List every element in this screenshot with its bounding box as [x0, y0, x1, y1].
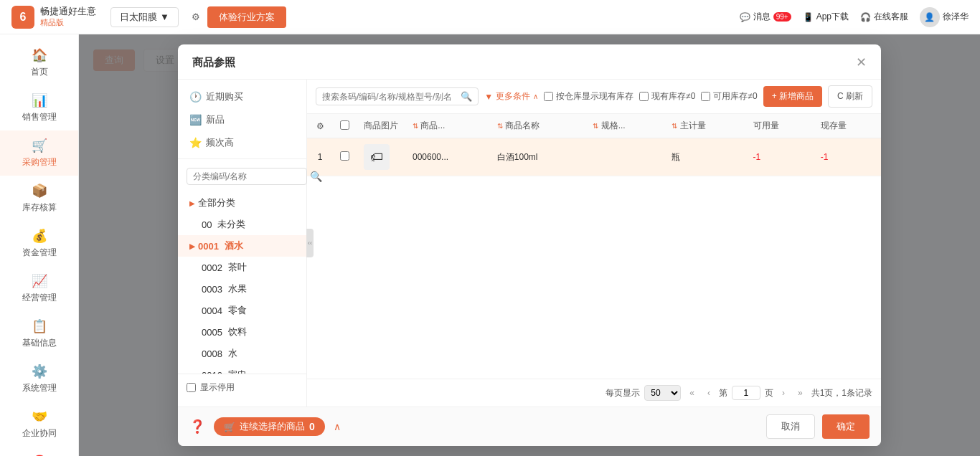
- sort-unit-icon[interactable]: ⇅: [672, 122, 677, 130]
- pagination-bar: 每页显示 50 100 200 « ‹ 第 页 ›: [307, 379, 881, 407]
- left-divider: [178, 158, 306, 159]
- collab-icon: 🤝: [32, 409, 47, 424]
- sidebar-item-sales[interactable]: 📊 销售管理: [0, 85, 78, 130]
- cart-icon: 🛒: [224, 422, 235, 432]
- cancel-button[interactable]: 取消: [766, 414, 815, 439]
- footer-left: ❓ 🛒 连续选择的商品 0 ∧: [189, 417, 341, 436]
- category-0003[interactable]: 0003 水果: [178, 278, 306, 300]
- category-0001[interactable]: ▶ 0001 酒水: [178, 235, 306, 257]
- category-0010[interactable]: 0010 家电: [178, 364, 306, 374]
- product-search-input[interactable]: [322, 92, 458, 102]
- online-service-btn[interactable]: 🎧 在线客服: [860, 11, 908, 23]
- page-number-input[interactable]: [732, 386, 760, 400]
- row-image-cell: 🏷: [357, 138, 405, 176]
- confirm-button[interactable]: 确定: [822, 414, 870, 439]
- refresh-btn[interactable]: C 刷新: [828, 85, 872, 108]
- table-row[interactable]: 1 🏷 000600... 白酒100ml: [307, 138, 881, 176]
- sidebar-item-basic[interactable]: 📋 基础信息: [0, 311, 78, 356]
- sort-name-icon[interactable]: ⇅: [497, 122, 503, 130]
- select-all-checkbox[interactable]: [340, 120, 349, 130]
- sidebar-item-collab[interactable]: 🤝 企业协同: [0, 402, 78, 447]
- sort-spec-icon[interactable]: ⇅: [593, 122, 598, 130]
- more-filter-btn[interactable]: ▼ 更多条件 ∧: [484, 90, 538, 103]
- modal-title: 商品参照: [192, 56, 235, 70]
- sidebar-item-purchase[interactable]: 🛒 采购管理: [0, 130, 78, 176]
- app-download-btn[interactable]: 📱 App下载: [803, 11, 849, 23]
- prev-page-btn[interactable]: ‹: [703, 386, 715, 399]
- sidebar-item-finance[interactable]: 💰 资金管理: [0, 221, 78, 266]
- sidebar-item-system[interactable]: ⚙️ 系统管理: [0, 356, 78, 402]
- recent-icon: 🕐: [189, 91, 202, 103]
- category-0008[interactable]: 0008 水: [178, 343, 306, 364]
- finance-icon: 💰: [32, 228, 47, 244]
- category-0004[interactable]: 0004 零食: [178, 300, 306, 321]
- modal-footer: ❓ 🛒 连续选择的商品 0 ∧ 取消 确定: [178, 407, 881, 446]
- sidebar-item-guide[interactable]: 🎯 新手引导: [0, 447, 78, 456]
- row-available: -1: [746, 138, 814, 176]
- per-page-select[interactable]: 50 100 200: [644, 385, 681, 401]
- row-checkbox[interactable]: [340, 151, 349, 161]
- next-page-btn[interactable]: ›: [778, 386, 789, 399]
- left-panel-collapse-btn[interactable]: ‹‹: [306, 229, 314, 257]
- nav-frequent[interactable]: ⭐ 频次高: [178, 131, 306, 154]
- category-0002[interactable]: 0002 茶叶: [178, 257, 306, 278]
- last-page-btn[interactable]: »: [793, 386, 807, 399]
- trial-btn[interactable]: 体验行业方案: [207, 6, 286, 28]
- col-settings[interactable]: ⚙: [307, 114, 333, 138]
- row-name: 白酒100ml: [490, 138, 585, 176]
- row-spec: [585, 138, 664, 176]
- sidebar-item-management[interactable]: 📈 经营管理: [0, 266, 78, 311]
- row-code: 000600...: [405, 138, 490, 176]
- category-00[interactable]: 00 未分类: [178, 214, 306, 235]
- messages-btn[interactable]: 💬 消息 99+: [740, 11, 791, 23]
- modal-body: 🕐 近期购买 🆕 新品 ⭐ 频次高: [178, 80, 881, 407]
- nav-recent-purchase[interactable]: 🕐 近期购买: [178, 85, 306, 108]
- nav-gear-icon[interactable]: ⚙: [184, 6, 207, 29]
- logo-area: 6 畅捷通好生意 精品版: [11, 6, 96, 29]
- available-nonzero-checkbox-label[interactable]: 可用库存≠0: [701, 90, 757, 103]
- product-search-icon[interactable]: 🔍: [461, 91, 472, 102]
- sales-icon: 📊: [32, 92, 47, 108]
- nav-selector[interactable]: 日太阳膜 ▼: [110, 7, 179, 27]
- nav-new-products[interactable]: 🆕 新品: [178, 108, 306, 131]
- system-icon: ⚙️: [32, 364, 47, 379]
- first-page-btn[interactable]: «: [685, 386, 699, 399]
- user-profile[interactable]: 👤 徐泽华: [920, 7, 969, 27]
- warehouse-display-checkbox[interactable]: [544, 92, 553, 101]
- search-toolbar: 🔍 ▼ 更多条件 ∧ 按仓库显示现有库存: [307, 80, 881, 114]
- col-code: ⇅ 商品...: [405, 114, 490, 138]
- footer-right: 取消 确定: [766, 414, 870, 439]
- product-table-wrapper: ⚙ 商品图片 ⇅: [307, 114, 881, 379]
- category-all[interactable]: ▶ 全部分类: [178, 192, 306, 214]
- add-product-btn[interactable]: + 新增商品: [763, 86, 822, 107]
- category-search-input[interactable]: [187, 168, 307, 185]
- sidebar-item-home[interactable]: 🏠 首页: [0, 40, 78, 85]
- available-nonzero-checkbox[interactable]: [701, 92, 710, 101]
- modal-header: 商品参照 ✕: [178, 44, 881, 80]
- basic-icon: 📋: [32, 318, 47, 334]
- cart-area[interactable]: 🛒 连续选择的商品 0: [214, 417, 325, 436]
- sidebar-item-inventory[interactable]: 📦 库存核算: [0, 176, 78, 221]
- category-search-row: 🔍: [178, 163, 306, 189]
- category-0005[interactable]: 0005 饮料: [178, 321, 306, 343]
- category-search-icon[interactable]: 🔍: [310, 171, 322, 182]
- filter-chevron-icon: ∧: [533, 92, 538, 100]
- top-nav: 6 畅捷通好生意 精品版 日太阳膜 ▼ ⚙ 体验行业方案 💬 消息 99+ 📱 …: [0, 0, 980, 34]
- help-icon[interactable]: ❓: [189, 419, 205, 434]
- collapse-up-icon[interactable]: ∧: [334, 421, 341, 432]
- sort-code-icon[interactable]: ⇅: [413, 122, 418, 130]
- all-arrow-icon: ▶: [189, 199, 195, 207]
- product-search-bar: 🔍: [316, 87, 479, 105]
- logo-text: 畅捷通好生意 精品版: [40, 6, 96, 29]
- active-arrow-icon: ▶: [189, 242, 195, 250]
- home-icon: 🏠: [32, 47, 47, 63]
- modal-close-button[interactable]: ✕: [856, 54, 867, 70]
- warehouse-display-checkbox-label[interactable]: 按仓库显示现有库存: [544, 90, 633, 103]
- category-section: ▶ 全部分类 00 未分类 ▶ 0001: [178, 189, 306, 374]
- management-icon: 📈: [32, 273, 47, 289]
- stock-nonzero-checkbox-label[interactable]: 现有库存≠0: [639, 90, 695, 103]
- stock-nonzero-checkbox[interactable]: [639, 92, 649, 101]
- new-icon: 🆕: [189, 114, 202, 125]
- row-stock: -1: [814, 138, 881, 176]
- show-disabled-checkbox[interactable]: [187, 383, 196, 392]
